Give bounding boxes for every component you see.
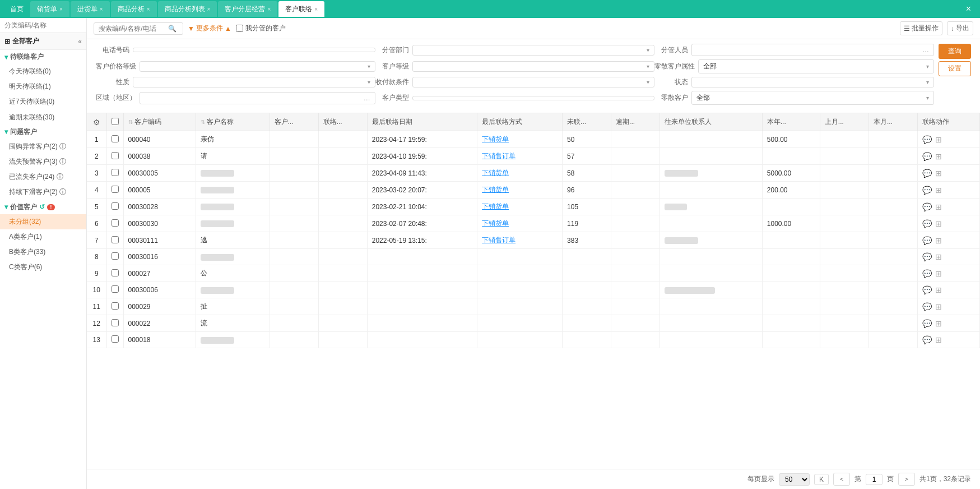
sidebar-item-ungroup[interactable]: 未分组(32) <box>0 214 86 229</box>
grid-action-icon[interactable]: ⊞ <box>935 302 942 311</box>
phone-input[interactable] <box>133 48 375 52</box>
sidebar-item-7days[interactable]: 近7天待联络(0) <box>0 94 86 109</box>
chat-icon[interactable]: 💬 <box>922 169 932 178</box>
chat-icon[interactable]: 💬 <box>922 186 932 195</box>
grid-action-icon[interactable]: ⊞ <box>935 285 942 294</box>
last-method-link[interactable]: 下销货单 <box>482 186 509 193</box>
last-method-link[interactable]: 下销售订单 <box>482 152 515 160</box>
dept-select[interactable]: ▾ <box>412 45 655 56</box>
payment-select[interactable]: ▾ <box>412 77 655 87</box>
sidebar-item-tomorrow[interactable]: 明天待联络(1) <box>0 79 86 94</box>
status-select[interactable]: ▾ <box>691 77 934 87</box>
per-page-select[interactable]: 50 100 <box>779 473 810 486</box>
row-checkbox[interactable] <box>112 335 119 343</box>
export-btn[interactable]: ↓ 导出 <box>947 21 973 35</box>
chat-icon[interactable]: 💬 <box>922 285 932 294</box>
customer-level-select[interactable]: ▾ <box>412 61 655 72</box>
table-settings-icon[interactable]: ⚙ <box>93 118 100 127</box>
all-customers-header[interactable]: ⊞ 全部客户 « <box>0 33 86 50</box>
grid-action-icon[interactable]: ⊞ <box>935 269 942 278</box>
chat-icon[interactable]: 💬 <box>922 135 932 144</box>
nav-tab-analysis[interactable]: 商品分析 × <box>111 1 157 17</box>
prev-page-btn[interactable]: ＜ <box>833 473 850 486</box>
filter-search-icon[interactable]: 🔍 <box>168 25 177 33</box>
sidebar-item-today[interactable]: 今天待联络(0) <box>0 64 86 79</box>
sidebar-item-class-c[interactable]: C类客户(6) <box>0 260 86 275</box>
grid-action-icon[interactable]: ⊞ <box>935 135 942 144</box>
row-checkbox[interactable] <box>112 236 119 243</box>
my-customers-checkbox[interactable] <box>236 25 243 32</box>
chat-icon[interactable]: 💬 <box>922 236 932 245</box>
window-close-button[interactable]: × <box>962 4 976 14</box>
nav-tab-customer-segment[interactable]: 客户分层经营 × <box>218 1 277 17</box>
chat-icon[interactable]: 💬 <box>922 202 932 211</box>
chat-icon[interactable]: 💬 <box>922 302 932 311</box>
more-conditions-btn[interactable]: ▼ 更多条件 ▲ <box>188 24 231 33</box>
customer-type-input[interactable] <box>412 96 655 100</box>
retail-attr-select[interactable]: 全部▾ <box>698 59 934 73</box>
sidebar-item-abnormal[interactable]: 囤购异常客户(2) ⓘ <box>0 139 86 154</box>
row-checkbox[interactable] <box>112 219 119 227</box>
sidebar-item-overdue[interactable]: 逾期未联络(30) <box>0 110 86 125</box>
sidebar-item-class-b[interactable]: B类客户(33) <box>0 245 86 260</box>
price-level-select[interactable]: ▾ <box>140 61 375 72</box>
chat-icon[interactable]: 💬 <box>922 152 932 161</box>
grid-action-icon[interactable]: ⊞ <box>935 335 942 344</box>
region-input[interactable]: … <box>140 92 375 104</box>
sidebar-item-lost[interactable]: 已流失客户(24) ⓘ <box>0 169 86 184</box>
row-checkbox[interactable] <box>112 152 119 159</box>
last-method-link[interactable]: 下销货单 <box>482 219 509 227</box>
row-checkbox[interactable] <box>112 302 119 310</box>
grid-action-icon[interactable]: ⊞ <box>935 169 942 178</box>
retail-customer-select[interactable]: 全部▾ <box>691 91 934 105</box>
nav-tab-purchase[interactable]: 进货单 × <box>71 1 110 17</box>
close-contact-tab[interactable]: × <box>314 6 318 12</box>
close-purchase-tab[interactable]: × <box>100 6 103 12</box>
nav-tab-customer-contact[interactable]: 客户联络 × <box>278 1 324 17</box>
last-method-link[interactable]: 下销货单 <box>482 202 509 210</box>
row-checkbox[interactable] <box>112 202 119 210</box>
reset-button[interactable]: 设置 <box>939 61 971 76</box>
chat-icon[interactable]: 💬 <box>922 319 932 328</box>
chat-icon[interactable]: 💬 <box>922 219 932 228</box>
sidebar-item-at-risk[interactable]: 流失预警客户(3) ⓘ <box>0 154 86 169</box>
close-segment-tab[interactable]: × <box>267 6 271 12</box>
last-method-link[interactable]: 下销货单 <box>482 135 509 143</box>
grid-action-icon[interactable]: ⊞ <box>935 152 942 161</box>
chat-icon[interactable]: 💬 <box>922 335 932 344</box>
close-analysis-list-tab[interactable]: × <box>207 6 211 12</box>
grid-action-icon[interactable]: ⊞ <box>935 202 942 211</box>
close-sales-tab[interactable]: × <box>59 6 63 12</box>
row-checkbox[interactable] <box>112 269 119 276</box>
first-page-btn[interactable]: K <box>814 474 829 485</box>
nav-tab-sales[interactable]: 销货单 × <box>30 1 69 17</box>
person-input[interactable]: … <box>691 44 934 56</box>
nav-tab-analysis-list[interactable]: 商品分析列表 × <box>158 1 217 17</box>
refresh-icon[interactable]: ↺ <box>39 203 45 211</box>
grid-action-icon[interactable]: ⊞ <box>935 219 942 228</box>
grid-action-icon[interactable]: ⊞ <box>935 186 942 195</box>
last-method-link[interactable]: 下销货单 <box>482 169 509 177</box>
sidebar-item-class-a[interactable]: A类客户(1) <box>0 229 86 245</box>
sidebar-item-declining[interactable]: 持续下滑客户(2) ⓘ <box>0 184 86 200</box>
nature-select[interactable]: ▾ <box>133 77 375 87</box>
row-checkbox[interactable] <box>112 252 119 260</box>
filter-search-input[interactable] <box>99 25 166 33</box>
page-input[interactable] <box>866 474 883 485</box>
chat-icon[interactable]: 💬 <box>922 269 932 278</box>
next-page-btn[interactable]: ＞ <box>898 473 915 486</box>
query-button[interactable]: 查询 <box>939 44 971 59</box>
sidebar-search-input[interactable] <box>4 21 87 29</box>
row-checkbox[interactable] <box>112 169 119 176</box>
select-all-checkbox[interactable] <box>112 118 119 125</box>
chat-icon[interactable]: 💬 <box>922 252 932 261</box>
batch-ops-btn[interactable]: ☰ 批量操作 <box>900 21 942 35</box>
row-checkbox[interactable] <box>112 186 119 193</box>
row-checkbox[interactable] <box>112 319 119 326</box>
grid-action-icon[interactable]: ⊞ <box>935 236 942 245</box>
row-checkbox[interactable] <box>112 285 119 293</box>
close-analysis-tab[interactable]: × <box>147 6 150 12</box>
row-checkbox[interactable] <box>112 135 119 142</box>
grid-action-icon[interactable]: ⊞ <box>935 319 942 328</box>
nav-home[interactable]: 首页 <box>4 1 29 17</box>
